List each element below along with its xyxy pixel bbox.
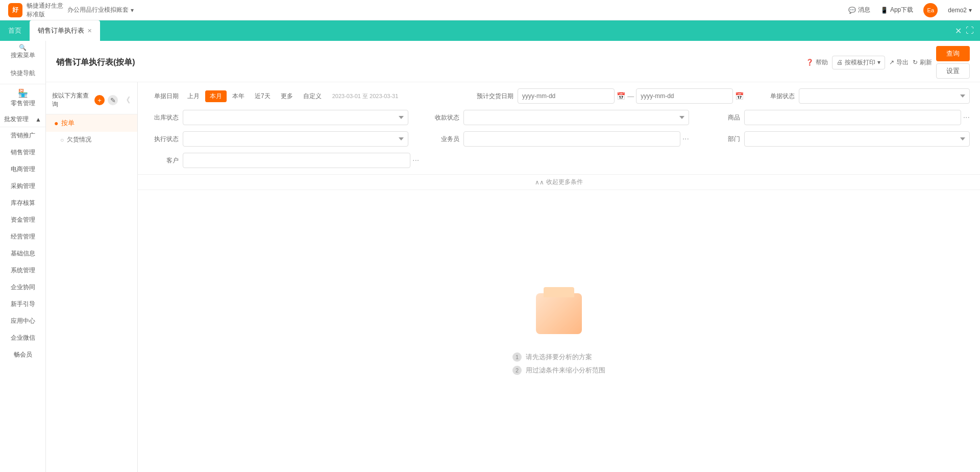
filter-row-3: 执行状态 业务员 ··· 部门 xyxy=(148,131,970,147)
filter-row-2: 出库状态 收款状态 xyxy=(148,110,970,125)
collapse-bar[interactable]: ∧∧ 收起更多条件 xyxy=(138,175,980,190)
print-dropdown-icon: ▾ xyxy=(877,59,880,66)
user-avatar[interactable]: Ea xyxy=(923,3,938,17)
message-icon: 💬 xyxy=(848,7,856,14)
goods-label: 商品 xyxy=(709,113,740,122)
sidebar-item-operations[interactable]: 经营管理 xyxy=(0,228,45,245)
date-tag-last-7-days[interactable]: 近7天 xyxy=(250,90,275,102)
payment-status-label: 收款状态 xyxy=(429,113,459,122)
help-btn[interactable]: ❓ 帮助 xyxy=(806,58,828,67)
sidebar-item-marketing[interactable]: 营销推广 xyxy=(0,127,45,144)
user-name[interactable]: demo2 ▾ xyxy=(948,7,972,14)
query-button[interactable]: 查询 xyxy=(936,46,970,61)
panel-title: 按以下方案查询 xyxy=(52,91,91,109)
filter-row-4: 客户 ··· xyxy=(148,153,970,168)
goods-more-icon[interactable]: ··· xyxy=(963,113,970,122)
exec-status-select[interactable] xyxy=(183,131,408,147)
sidebar-item-corp-collab[interactable]: 企业协同 xyxy=(0,279,45,296)
salesperson-input[interactable] xyxy=(463,131,680,147)
tab-expand-icon[interactable]: ⛶ xyxy=(966,26,974,35)
panel-actions: + ✎ 《 xyxy=(94,95,131,105)
export-icon: ↗ xyxy=(889,59,894,66)
date-tag-more[interactable]: 更多 xyxy=(276,90,298,102)
sidebar-item-app-center[interactable]: 应用中心 xyxy=(0,313,45,329)
sidebar-item-purchase[interactable]: 采购管理 xyxy=(0,178,45,195)
scheme-owe-goods[interactable]: ○ 欠货情况 xyxy=(46,132,137,148)
search-icon: 🔍 xyxy=(19,44,27,51)
sidebar-item-basic-info[interactable]: 基础信息 xyxy=(0,245,45,262)
sidebar-item-wholesale[interactable]: 批发管理 ▲ xyxy=(0,112,45,127)
sidebar-item-inventory[interactable]: 库存核算 xyxy=(0,195,45,211)
account-selector[interactable]: 办公用品行业模拟账套 ▾ xyxy=(67,6,134,14)
add-scheme-btn[interactable]: + xyxy=(94,95,105,105)
retail-icon: 🏪 xyxy=(18,88,28,98)
app-logo-icon: 好 xyxy=(8,3,22,17)
header-right: 💬 消息 📱 App下载 Ea demo2 ▾ xyxy=(848,3,972,17)
collapse-panel-btn[interactable]: 《 xyxy=(121,95,131,105)
payment-status-select[interactable] xyxy=(463,110,689,125)
filter-doc-status: 单据状态 xyxy=(764,88,970,104)
dropdown-icon: ▾ xyxy=(131,7,134,14)
template-print-btn[interactable]: 🖨 按模板打印 ▾ xyxy=(832,56,885,69)
expected-delivery-end[interactable] xyxy=(636,88,733,104)
export-btn[interactable]: ↗ 导出 xyxy=(889,58,909,67)
sidebar-item-vip[interactable]: 畅会员 xyxy=(0,346,45,363)
sidebar-search-btn[interactable]: 🔍 搜索菜单 xyxy=(0,41,45,63)
date-range-display: 2023-03-01 至 2023-03-31 xyxy=(332,92,399,100)
empty-box-icon xyxy=(536,293,582,334)
date-tag-this-year[interactable]: 本年 xyxy=(228,90,249,102)
filter-delivery-status: 出库状态 xyxy=(148,110,408,125)
dept-select[interactable] xyxy=(744,131,970,147)
filter-customer: 客户 ··· xyxy=(148,153,419,168)
customer-label: 客户 xyxy=(148,156,179,165)
goods-input[interactable] xyxy=(744,110,961,125)
doc-status-label: 单据状态 xyxy=(764,92,795,101)
sidebar-item-finance[interactable]: 资金管理 xyxy=(0,211,45,228)
edit-scheme-btn[interactable]: ✎ xyxy=(108,95,118,105)
date-tag-custom[interactable]: 自定义 xyxy=(299,90,326,102)
delivery-status-select[interactable] xyxy=(183,110,408,125)
tab-sales-order-exec[interactable]: 销售订单执行表 ✕ xyxy=(30,20,100,41)
tab-close-icon[interactable]: ✕ xyxy=(87,28,92,34)
date-tag-last-month[interactable]: 上月 xyxy=(183,90,204,102)
sidebar-item-corp-wechat[interactable]: 企业微信 xyxy=(0,329,45,346)
left-panel-header: 按以下方案查询 + ✎ 《 xyxy=(46,88,137,114)
refresh-btn[interactable]: ↻ 刷新 xyxy=(913,58,932,67)
sidebar-item-retail[interactable]: 🏪 零售管理 xyxy=(0,84,45,112)
app-edition: 标准版 xyxy=(27,10,63,19)
sidebar-item-new-guide[interactable]: 新手引导 xyxy=(0,296,45,313)
tab-bar: 首页 销售订单执行表 ✕ ✕ ⛶ xyxy=(0,20,980,41)
calendar-start-icon[interactable]: 📅 xyxy=(617,92,625,100)
message-btn[interactable]: 💬 消息 xyxy=(848,6,870,14)
sidebar-item-sales[interactable]: 销售管理 xyxy=(0,144,45,161)
expected-delivery-start[interactable] xyxy=(518,88,615,104)
help-icon: ❓ xyxy=(806,59,814,66)
calendar-end-icon[interactable]: 📅 xyxy=(735,92,744,100)
scheme-by-order[interactable]: ● 按单 xyxy=(46,114,137,132)
date-tags: 上月 本月 本年 近7天 更多 自定义 xyxy=(183,90,326,102)
top-header: 好 畅捷通好生意 标准版 办公用品行业模拟账套 ▾ 💬 消息 📱 App下载 E… xyxy=(0,0,980,20)
hint-item-1: 1 请先选择要分析的方案 xyxy=(512,352,605,362)
date-tag-this-month[interactable]: 本月 xyxy=(205,90,227,102)
sidebar-nav-section: 快捷导航 xyxy=(0,63,45,84)
tab-close-all-icon[interactable]: ✕ xyxy=(955,26,962,36)
filter-date: 单据日期 上月 本月 本年 近7天 更多 自定义 2023-03-01 至 20… xyxy=(148,90,456,102)
account-name: 办公用品行业模拟账套 xyxy=(67,6,129,14)
doc-status-select[interactable] xyxy=(799,88,970,104)
salesperson-more-icon[interactable]: ··· xyxy=(682,134,689,144)
sidebar-item-system[interactable]: 系统管理 xyxy=(0,262,45,279)
collapse-btn[interactable]: ∧∧ 收起更多条件 xyxy=(535,178,583,186)
sidebar-quicknav-btn[interactable]: 快捷导航 xyxy=(0,66,45,81)
filter-dept: 部门 xyxy=(709,131,970,147)
sidebar-item-ecommerce[interactable]: 电商管理 xyxy=(0,161,45,178)
customer-input[interactable] xyxy=(183,153,410,168)
tab-home[interactable]: 首页 xyxy=(0,20,30,41)
page-title: 销售订单执行表(按单) xyxy=(56,57,135,68)
customer-more-icon[interactable]: ··· xyxy=(412,156,419,165)
settings-button[interactable]: 设置 xyxy=(936,63,970,79)
chevron-up-icon: ▲ xyxy=(35,116,41,123)
salesperson-label: 业务员 xyxy=(429,135,459,144)
tab-bar-actions: ✕ ⛶ xyxy=(955,26,980,36)
collapse-chevron-icon: ∧∧ xyxy=(535,179,544,186)
app-download-btn[interactable]: 📱 App下载 xyxy=(880,6,913,14)
